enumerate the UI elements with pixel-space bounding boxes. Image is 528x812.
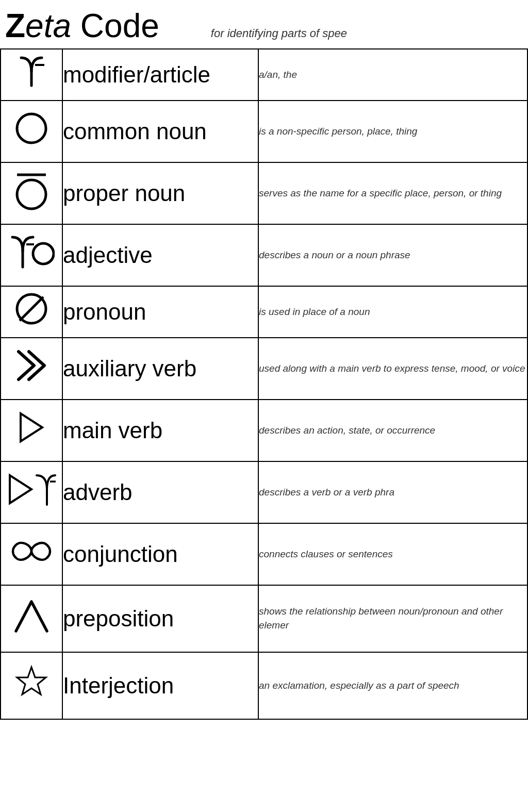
table-row: modifier/article a/an, the — [1, 49, 527, 101]
main-verb-icon — [13, 409, 50, 445]
symbol-cell-preposition — [1, 585, 62, 652]
desc-cell-common: is a non-specific person, place, thing — [258, 101, 527, 162]
desc-cell-conjunction: connects clauses or sentences — [258, 523, 527, 585]
name-cell-modifier: modifier/article — [62, 49, 258, 101]
symbol-cell-adverb — [1, 461, 62, 523]
parts-of-speech-table: modifier/article a/an, the common noun i… — [0, 48, 528, 720]
svg-marker-9 — [10, 475, 31, 503]
table-row: main verb describes an action, state, or… — [1, 400, 527, 461]
table-row: pronoun is used in place of a noun — [1, 286, 527, 338]
common-noun-icon — [13, 110, 50, 146]
name-cell-preposition: preposition — [62, 585, 258, 652]
svg-point-1 — [17, 114, 46, 143]
name-cell-main: main verb — [62, 400, 258, 461]
svg-marker-8 — [21, 413, 42, 441]
pronoun-icon — [13, 291, 50, 327]
table-row: proper noun serves as the name for a spe… — [1, 162, 527, 224]
desc-cell-pronoun: is used in place of a noun — [258, 286, 527, 338]
svg-marker-11 — [17, 667, 46, 694]
svg-point-3 — [17, 180, 46, 209]
symbol-cell-modifier — [1, 49, 62, 101]
conjunction-icon — [11, 537, 52, 566]
table-row: common noun is a non-specific person, pl… — [1, 101, 527, 162]
page-container: Zeta Code for identifying parts of spee — [0, 0, 528, 720]
header-subtitle: for identifying parts of spee — [211, 27, 347, 40]
symbol-cell-conjunction — [1, 523, 62, 585]
desc-cell-preposition: shows the relationship between noun/pron… — [258, 585, 527, 652]
symbol-cell-proper — [1, 162, 62, 224]
symbol-cell-auxiliary — [1, 338, 62, 400]
auxiliary-verb-icon — [13, 347, 50, 384]
name-cell-common: common noun — [62, 101, 258, 162]
name-cell-pronoun: pronoun — [62, 286, 258, 338]
table-row: auxiliary verb used along with a main ve… — [1, 338, 527, 400]
name-cell-auxiliary: auxiliary verb — [62, 338, 258, 400]
table-row: adjective describes a noun or a noun phr… — [1, 224, 527, 286]
desc-cell-interjection: an exclamation, especially as a part of … — [258, 652, 527, 719]
symbol-cell-main — [1, 400, 62, 461]
name-cell-proper: proper noun — [62, 162, 258, 224]
table-row: Interjection an exclamation, especially … — [1, 652, 527, 719]
desc-cell-auxiliary: used along with a main verb to express t… — [258, 338, 527, 400]
desc-cell-adverb: describes a verb or a verb phra — [258, 461, 527, 523]
desc-cell-adjective: describes a noun or a noun phrase — [258, 224, 527, 286]
symbol-cell-adjective — [1, 224, 62, 286]
name-cell-adverb: adverb — [62, 461, 258, 523]
desc-cell-proper: serves as the name for a specific place,… — [258, 162, 527, 224]
name-cell-interjection: Interjection — [62, 652, 258, 719]
interjection-icon — [13, 665, 50, 701]
symbol-cell-pronoun — [1, 286, 62, 338]
title-code: Code — [71, 7, 159, 44]
name-cell-conjunction: conjunction — [62, 523, 258, 585]
table-row: preposition shows the relationship betwe… — [1, 585, 527, 652]
svg-point-5 — [33, 243, 54, 264]
table-row: conjunction connects clauses or sentence… — [1, 523, 527, 585]
title-z: Z — [5, 7, 25, 44]
adjective-icon — [8, 234, 55, 270]
desc-cell-modifier: a/an, the — [258, 49, 527, 101]
name-cell-adjective: adjective — [62, 224, 258, 286]
svg-line-7 — [20, 297, 43, 321]
page-title: Zeta Code — [5, 9, 159, 42]
adverb-icon — [6, 471, 57, 507]
desc-cell-main: describes an action, state, or occurrenc… — [258, 400, 527, 461]
title-eta: eta — [25, 7, 71, 44]
symbol-cell-interjection — [1, 652, 62, 719]
modifier-icon — [13, 54, 50, 90]
preposition-icon — [13, 598, 50, 634]
table-row: adverb describes a verb or a verb phra — [1, 461, 527, 523]
symbol-cell-common — [1, 101, 62, 162]
proper-noun-icon — [13, 170, 50, 211]
header: Zeta Code for identifying parts of spee — [0, 0, 528, 48]
